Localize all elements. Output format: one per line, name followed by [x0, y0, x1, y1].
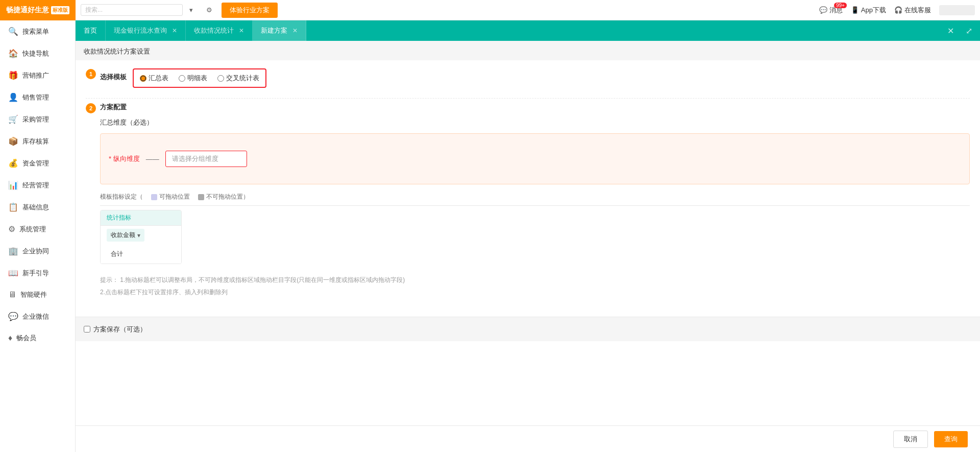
save-checkbox-label[interactable]: 方案保存（可选）: [84, 325, 146, 334]
sidebar-item-label: 基础信息: [22, 203, 49, 212]
tab-collection[interactable]: 收款情况统计 ✕: [186, 20, 253, 41]
metrics-row-subtag: 合计: [101, 245, 181, 264]
radio-cross[interactable]: 交叉统计表: [217, 74, 259, 83]
dimension-area: * 纵向维度 —— 请选择分组维度: [100, 133, 970, 184]
message-icon: 💬: [819, 6, 827, 14]
unmovable-indicator: 不可拖动位置）: [198, 193, 249, 201]
step1-badge: 1: [86, 69, 96, 79]
dimension-row: * 纵向维度 —— 请选择分组维度: [109, 151, 247, 167]
search-bar[interactable]: 搜索...: [81, 4, 183, 16]
sidebar-item-search[interactable]: 🔍 搜索菜单: [0, 20, 75, 42]
metrics-config: 模板指标设定（ 可拖动位置 不可拖动位置）: [100, 193, 970, 266]
messages-button[interactable]: 💬 消息 99+: [819, 6, 843, 15]
sidebar-item-wechat[interactable]: 💬 企业微信: [0, 305, 75, 327]
sidebar-item-guide[interactable]: 📖 新手引导: [0, 262, 75, 284]
sidebar-item-system[interactable]: ⚙ 系统管理: [0, 218, 75, 240]
dimension-arrow: ——: [146, 155, 159, 163]
sidebar-item-label: 快捷导航: [22, 49, 49, 58]
sidebar-item-quicknav[interactable]: 🏠 快捷导航: [0, 42, 75, 64]
search-icon: 🔍: [8, 27, 18, 36]
indicators-setting-bar: 模板指标设定（ 可拖动位置 不可拖动位置）: [100, 193, 970, 206]
sidebar-item-label: 经营管理: [22, 181, 49, 190]
radio-detail-input[interactable]: [179, 75, 185, 82]
step2-content: 方案配置 汇总维度（必选） * 纵向维度 —— 请选择分组维度: [100, 103, 970, 298]
dimension-select-input[interactable]: 请选择分组维度: [165, 151, 247, 167]
tab-newplan-label: 新建方案: [261, 26, 287, 35]
sidebar-item-corp[interactable]: 🏢 企业协同: [0, 240, 75, 262]
settings-icon[interactable]: ⚙: [201, 2, 217, 18]
sidebar-item-inventory[interactable]: 📦 库存核算: [0, 130, 75, 152]
sidebar: 🔍 搜索菜单 🏠 快捷导航 🎁 营销推广 👤 销售管理 🛒 采购管理 📦 库存核…: [0, 20, 76, 452]
sidebar-item-label: 新手引导: [22, 269, 49, 278]
service-icon: 🎧: [894, 6, 902, 14]
radio-cross-input[interactable]: [217, 75, 224, 82]
guide-icon: 📖: [8, 268, 18, 278]
sidebar-item-sales[interactable]: 👤 销售管理: [0, 86, 75, 108]
movable-label-text: 可拖动位置: [159, 193, 190, 201]
money-icon: 💰: [8, 158, 18, 168]
template-select-group: 汇总表 明细表 交叉统计表: [133, 68, 266, 88]
radio-cross-label: 交叉统计表: [226, 74, 259, 83]
cart-icon: 🛒: [8, 114, 18, 124]
top-header: 畅捷通好生意 标准版 搜索... ▾ ⚙ 体验行业方案 💬 消息 99+ 📱 A…: [0, 0, 980, 20]
tab-home[interactable]: 首页: [76, 20, 106, 41]
corp-icon: 🏢: [8, 246, 18, 256]
box-icon: 📦: [8, 136, 18, 146]
search-placeholder-text: 搜索...: [85, 6, 103, 14]
save-checkbox[interactable]: [84, 326, 90, 332]
radio-summary[interactable]: 汇总表: [140, 74, 168, 83]
step1-section: 1 选择模板 汇总表 明细表: [86, 68, 970, 88]
tab-cashflow-close[interactable]: ✕: [172, 27, 177, 34]
tab-collection-close[interactable]: ✕: [239, 27, 244, 34]
tab-newplan-close[interactable]: ✕: [292, 27, 298, 34]
user-icon: 👤: [8, 92, 18, 102]
logo-badge: 标准版: [51, 6, 69, 14]
sidebar-item-label: 营销推广: [22, 71, 49, 80]
sidebar-item-label: 企业微信: [22, 312, 49, 321]
step2-title: 方案配置: [100, 103, 127, 111]
user-avatar[interactable]: [939, 5, 975, 15]
tab-collection-label: 收款情况统计: [194, 26, 234, 35]
sidebar-item-finance[interactable]: 💰 资金管理: [0, 152, 75, 174]
sidebar-item-label: 资金管理: [22, 159, 49, 168]
metrics-tag-amount[interactable]: 收款金额 ▾: [107, 229, 144, 242]
trial-button[interactable]: 体验行业方案: [222, 3, 278, 18]
tip-1: 提示： 1.拖动标题栏可以调整布局，不可跨维度或指标区域拖动栏目字段(只能在同一…: [100, 274, 970, 286]
sidebar-item-hardware[interactable]: 🖥 智能硬件: [0, 284, 75, 305]
logo: 畅捷通好生意 标准版: [0, 0, 76, 20]
cancel-button[interactable]: 取消: [893, 431, 928, 448]
sidebar-item-basic[interactable]: 📋 基础信息: [0, 196, 75, 218]
tab-newplan[interactable]: 新建方案 ✕: [253, 20, 306, 41]
query-button[interactable]: 查询: [934, 431, 968, 447]
unmovable-dot: [198, 194, 204, 200]
metrics-header: 统计指标: [101, 210, 181, 226]
list-icon: 📋: [8, 202, 18, 212]
search-dropdown-icon[interactable]: ▾: [185, 4, 197, 16]
app-download-button[interactable]: 📱 App下载: [851, 6, 886, 15]
dropdown-arrow-icon: ▾: [137, 232, 140, 239]
chart-icon: 📊: [8, 180, 18, 190]
metrics-table: 统计指标 收款金额 ▾ 合计: [100, 210, 182, 264]
sidebar-item-label: 库存核算: [22, 137, 49, 146]
metrics-subtag-label: 合计: [107, 248, 127, 260]
tab-maximize-icon[interactable]: ⤢: [962, 23, 976, 38]
gift-icon: 🎁: [8, 70, 18, 80]
tab-close-icon[interactable]: ✕: [943, 23, 958, 38]
sidebar-item-member[interactable]: ♦ 畅会员: [0, 327, 75, 349]
gear-icon: ⚙: [8, 224, 15, 234]
metrics-setting-title: 模板指标设定（: [100, 193, 143, 201]
tab-cashflow[interactable]: 现金银行流水查询 ✕: [106, 20, 186, 41]
step1-content: 选择模板 汇总表 明细表: [100, 68, 970, 88]
sidebar-item-purchase[interactable]: 🛒 采购管理: [0, 108, 75, 130]
online-service-button[interactable]: 🎧 在线客服: [894, 6, 931, 15]
radio-summary-input[interactable]: [140, 75, 146, 82]
tip-2: 2.点击标题栏下拉可设置排序、插入列和删除列: [100, 286, 970, 298]
tips-area: 提示： 1.拖动标题栏可以调整布局，不可跨维度或指标区域拖动栏目字段(只能在同一…: [100, 274, 970, 298]
radio-detail[interactable]: 明细表: [179, 74, 207, 83]
sidebar-item-marketing[interactable]: 🎁 营销推广: [0, 64, 75, 86]
sidebar-item-label: 系统管理: [19, 225, 46, 234]
home-icon: 🏠: [8, 49, 18, 58]
sidebar-item-label: 智能硬件: [20, 290, 47, 299]
sidebar-item-operation[interactable]: 📊 经营管理: [0, 174, 75, 196]
page-title-bar: 收款情况统计方案设置: [76, 41, 980, 60]
